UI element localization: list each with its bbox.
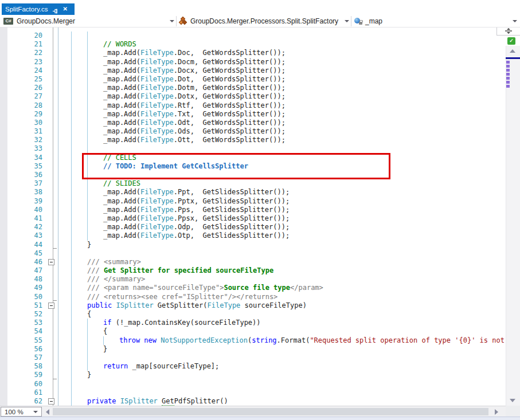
code-text: _map.Add(FileType.Rtf, GetWordsSplitter(… — [103, 101, 286, 110]
code-line-31[interactable]: 31_map.Add(FileType.Ods, GetWordsSplitte… — [0, 127, 506, 136]
code-line-62[interactable]: 62private ISplitter GetPdfSplitter() — [0, 397, 506, 406]
line-number: 43 — [7, 231, 44, 240]
line-number: 26 — [7, 84, 44, 92]
scroll-down-arrow[interactable] — [510, 399, 515, 402]
code-line-41[interactable]: 41_map.Add(FileType.Ppsx, GetSlidesSplit… — [0, 214, 506, 223]
member-dropdown-arrow-icon[interactable] — [513, 20, 517, 22]
code-line-51[interactable]: 51public ISplitter GetSplitter(FileType … — [0, 301, 506, 310]
code-text: { — [103, 327, 107, 336]
type-dropdown-arrow-icon[interactable] — [345, 20, 349, 22]
code-line-34[interactable]: 34// CELLS — [0, 154, 506, 162]
code-line-40[interactable]: 40_map.Add(FileType.Pps, GetSlidesSplitt… — [0, 206, 506, 214]
code-line-54[interactable]: 54{ — [0, 327, 506, 336]
code-line-29[interactable]: 29_map.Add(FileType.Txt, GetWordsSplitte… — [0, 110, 506, 119]
indent-guide — [87, 110, 88, 119]
code-line-27[interactable]: 27_map.Add(FileType.Dotx, GetWordsSplitt… — [0, 92, 506, 101]
line-number: 49 — [7, 284, 44, 292]
scroll-up-arrow[interactable] — [510, 49, 515, 53]
line-number: 42 — [7, 223, 44, 231]
scroll-right-arrow[interactable] — [495, 409, 498, 415]
code-line-39[interactable]: 39_map.Add(FileType.Pptx, GetSlidesSplit… — [0, 197, 506, 206]
vertical-scrollbar[interactable]: ✓ — [506, 28, 520, 406]
project-dropdown[interactable]: C# GroupDocs.Merger — [3, 15, 75, 27]
line-number: 37 — [7, 179, 44, 188]
horizontal-scrollbar[interactable] — [43, 406, 505, 417]
code-line-33[interactable]: 33 — [0, 144, 506, 153]
member-dropdown[interactable]: _map — [354, 15, 382, 27]
line-number: 62 — [7, 397, 44, 406]
fold-end-tick — [53, 300, 57, 301]
code-line-20[interactable]: 20 — [0, 32, 506, 40]
code-line-25[interactable]: 25_map.Add(FileType.Dot, GetWordsSplitte… — [0, 75, 506, 84]
indent-guide — [87, 144, 88, 153]
code-line-26[interactable]: 26_map.Add(FileType.Dotm, GetWordsSplitt… — [0, 84, 506, 92]
file-health-indicator-icon[interactable]: ✓ — [507, 37, 515, 45]
line-number: 47 — [7, 266, 44, 275]
fold-toggle-icon[interactable] — [48, 398, 54, 405]
indent-guide — [71, 293, 72, 301]
zoom-dropdown[interactable]: 100 % — [1, 407, 42, 417]
code-line-37[interactable]: 37// SLIDES — [0, 179, 506, 188]
code-line-36[interactable]: 36 — [0, 171, 506, 179]
code-line-30[interactable]: 30_map.Add(FileType.Odt, GetWordsSplitte… — [0, 119, 506, 127]
navbar-divider — [176, 16, 177, 26]
zoom-dropdown-arrow-icon[interactable] — [33, 411, 38, 413]
code-line-24[interactable]: 24_map.Add(FileType.Docx, GetWordsSplitt… — [0, 66, 506, 75]
code-text: _map.Add(FileType.Odt, GetWordsSplitter(… — [103, 119, 286, 127]
code-line-44[interactable]: 44} — [0, 241, 506, 249]
code-line-22[interactable]: 22_map.Add(FileType.Doc, GetWordsSplitte… — [0, 49, 506, 57]
code-line-59[interactable]: 59} — [0, 371, 506, 379]
code-line-28[interactable]: 28_map.Add(FileType.Rtf, GetWordsSplitte… — [0, 101, 506, 110]
change-mark — [506, 77, 510, 80]
code-line-23[interactable]: 23_map.Add(FileType.Docm, GetWordsSplitt… — [0, 58, 506, 66]
code-line-61[interactable]: 61 — [0, 388, 506, 397]
splitter-grip[interactable] — [496, 28, 520, 36]
code-line-48[interactable]: 48/// </summary> — [0, 275, 506, 284]
close-icon[interactable]: ✕ — [63, 6, 68, 12]
vertical-scrollbar-track[interactable] — [506, 46, 520, 406]
pin-icon[interactable] — [53, 6, 59, 13]
code-line-55[interactable]: 55throw new NotSupportedException(string… — [0, 336, 506, 345]
code-line-52[interactable]: 52{ — [0, 310, 506, 319]
fold-toggle-icon[interactable] — [48, 259, 54, 265]
code-line-57[interactable]: 57 — [0, 354, 506, 362]
private-field-icon — [354, 17, 362, 25]
indent-guide — [87, 101, 88, 110]
code-line-56[interactable]: 56} — [0, 345, 506, 354]
code-text: _map.Add(FileType.Ppt, GetSlidesSplitter… — [103, 188, 290, 197]
line-number: 20 — [7, 32, 44, 40]
fold-toggle-icon[interactable] — [48, 303, 54, 309]
tab-splitfactory[interactable]: SplitFactory.cs ✕ — [2, 3, 75, 15]
horizontal-scrollbar-thumb[interactable] — [53, 408, 488, 415]
indent-guide — [87, 171, 88, 179]
code-line-53[interactable]: 53if (!_map.ContainsKey(sourceFileType)) — [0, 319, 506, 327]
code-line-32[interactable]: 32_map.Add(FileType.Ott, GetWordsSplitte… — [0, 136, 506, 144]
indent-guide — [71, 101, 72, 110]
indent-guide — [87, 92, 88, 101]
code-editor[interactable]: 2021// WORDS22_map.Add(FileType.Doc, Get… — [0, 28, 520, 406]
scroll-left-arrow[interactable] — [46, 409, 49, 415]
code-text: _map.Add(FileType.Dotm, GetWordsSplitter… — [103, 84, 286, 92]
line-number: 51 — [7, 301, 44, 310]
code-line-45[interactable]: 45 — [0, 249, 506, 258]
code-text: /// <summary> — [87, 258, 141, 266]
type-dropdown[interactable]: GroupDocs.Merger.Processors.Split.SplitF… — [179, 15, 338, 27]
code-line-58[interactable]: 58return _map[sourceFileType]; — [0, 362, 506, 371]
indent-guide — [71, 119, 72, 127]
code-line-38[interactable]: 38_map.Add(FileType.Ppt, GetSlidesSplitt… — [0, 188, 506, 197]
code-line-21[interactable]: 21// WORDS — [0, 40, 506, 49]
code-lines[interactable]: 2021// WORDS22_map.Add(FileType.Doc, Get… — [0, 32, 506, 406]
code-line-60[interactable]: 60 — [0, 380, 506, 388]
line-number: 58 — [7, 362, 44, 371]
code-line-42[interactable]: 42_map.Add(FileType.Odp, GetSlidesSplitt… — [0, 223, 506, 231]
code-line-43[interactable]: 43_map.Add(FileType.Otp, GetSlidesSplitt… — [0, 231, 506, 240]
indent-guide — [87, 197, 88, 206]
code-line-50[interactable]: 50/// <returns><see cref="ISplitter"/></… — [0, 293, 506, 301]
code-text: _map.Add(FileType.Odp, GetSlidesSplitter… — [103, 223, 290, 231]
project-dropdown-arrow-icon[interactable] — [170, 20, 174, 22]
code-line-46[interactable]: 46/// <summary> — [0, 258, 506, 266]
code-line-35[interactable]: 35// TODO: Implement GetCellsSplitter — [0, 162, 506, 171]
code-line-47[interactable]: 47/// Get Splitter for specified sourceF… — [0, 266, 506, 275]
code-line-49[interactable]: 49/// <param name="sourceFileType">Sourc… — [0, 284, 506, 292]
indent-guide — [87, 66, 88, 75]
